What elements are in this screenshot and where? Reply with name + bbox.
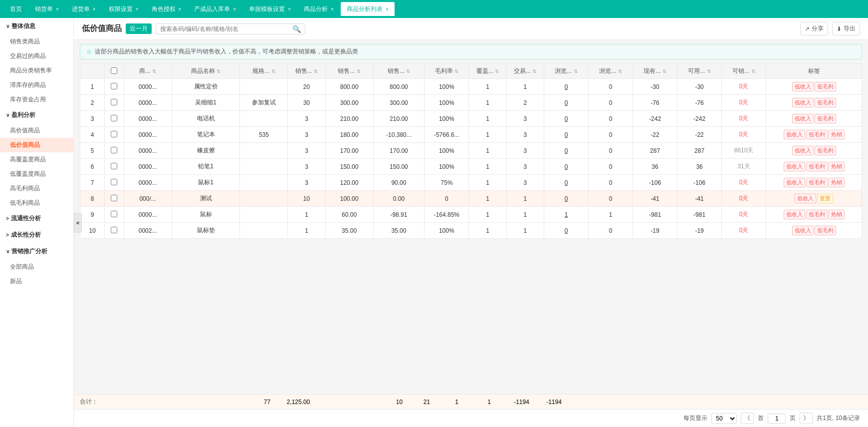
sale-qty: 30	[288, 95, 325, 111]
product-name: 属性定价	[172, 79, 240, 95]
browse-link[interactable]: 0	[565, 163, 568, 170]
close-icon[interactable]: ×	[288, 6, 291, 12]
page-number-input[interactable]	[768, 414, 786, 424]
available-stock: 36	[677, 159, 722, 175]
sidebar-item-traded-products[interactable]: 交易过的商品	[0, 49, 73, 63]
gross-margin: 100%	[425, 79, 469, 95]
browse-link[interactable]: 0	[565, 131, 568, 138]
sidebar-item-low-coverage[interactable]: 低覆盖度商品	[0, 167, 73, 181]
nav-home[interactable]: 首页	[4, 2, 28, 16]
search-icon[interactable]: 🔍	[292, 25, 301, 33]
gross-margin: 75%	[425, 175, 469, 191]
sort-icon: ⇅	[495, 68, 499, 74]
tag-red: 低毛利	[806, 130, 828, 139]
th-spec[interactable]: 规格... ⇅	[240, 64, 288, 79]
search-input[interactable]	[160, 25, 290, 32]
export-button[interactable]: ⬇ 导出	[832, 22, 860, 35]
sidebar-group-overall[interactable]: ∨ 整体信息	[0, 18, 73, 34]
last-page-button[interactable]: 》	[800, 413, 813, 424]
sidebar-group-growth[interactable]: > 成长性分析	[0, 227, 73, 243]
browse-link[interactable]: 0	[565, 147, 568, 154]
nav-roles[interactable]: 角色授权 ×	[146, 2, 188, 16]
nav-product-analysis[interactable]: 商品分析 ×	[298, 2, 340, 16]
row-checkbox[interactable]	[111, 163, 117, 169]
th-browse1[interactable]: 浏览... ⇅	[544, 64, 588, 79]
sidebar-item-high-value[interactable]: 高价值商品	[0, 123, 73, 138]
browse-link[interactable]: 0	[565, 115, 568, 122]
th-sale-amt[interactable]: 销售... ⇅	[325, 64, 373, 79]
first-page-button[interactable]: 《	[741, 413, 754, 424]
tag-red: 低毛利	[815, 114, 836, 123]
th-name[interactable]: 商品名称 ⇅	[172, 64, 240, 79]
th-sale-qty[interactable]: 销售... ⇅	[288, 64, 325, 79]
browse-count-1: 0	[544, 95, 588, 111]
sidebar-item-high-coverage[interactable]: 高覆盖度商品	[0, 152, 73, 167]
th-code[interactable]: 商... ⇅	[124, 64, 172, 79]
sidebar-item-all-products[interactable]: 全部商品	[0, 260, 73, 274]
sidebar-item-low-margin[interactable]: 低毛利商品	[0, 196, 73, 210]
th-browse2[interactable]: 浏览... ⇅	[589, 64, 633, 79]
th-margin[interactable]: 毛利率 ⇅	[425, 64, 469, 79]
browse-link[interactable]: 0	[565, 227, 568, 234]
close-icon[interactable]: ×	[136, 6, 139, 12]
close-icon[interactable]: ×	[179, 6, 182, 12]
row-checkbox[interactable]	[111, 83, 117, 89]
th-sellable[interactable]: 可销... ⇅	[722, 64, 766, 79]
sidebar-group-marketing[interactable]: ∨ 营销推广分析	[0, 243, 73, 260]
sidebar-item-high-margin[interactable]: 高毛利商品	[0, 181, 73, 196]
select-all-checkbox[interactable]	[111, 67, 117, 74]
th-sale-avg[interactable]: 销售... ⇅	[373, 64, 425, 79]
current-stock: -981	[633, 207, 677, 223]
nav-purchase-order[interactable]: 进货单 ×	[66, 2, 102, 16]
page-size-select[interactable]: 50 100 200	[711, 413, 737, 424]
sidebar-item-low-value[interactable]: 低价值商品	[0, 138, 73, 152]
sidebar-group-profit[interactable]: ∨ 盈利分析	[0, 107, 73, 123]
nav-permissions[interactable]: 权限设置 ×	[103, 2, 145, 16]
row-checkbox[interactable]	[111, 179, 117, 185]
browse-link[interactable]: 0	[565, 99, 568, 106]
sort-icon: ⇅	[152, 68, 156, 74]
th-trade[interactable]: 交易... ⇅	[506, 64, 544, 79]
close-icon[interactable]: ×	[233, 6, 236, 12]
row-checkbox[interactable]	[111, 115, 117, 121]
sidebar-group-circulation[interactable]: > 流通性分析	[0, 210, 73, 227]
row-checkbox[interactable]	[111, 99, 117, 105]
share-button[interactable]: ↗ 分享	[800, 22, 828, 35]
sidebar-item-new-products[interactable]: 新品	[0, 274, 73, 289]
nav-product-inbound[interactable]: 产成品入库单 ×	[188, 2, 242, 16]
browse-link[interactable]: 0	[565, 179, 568, 186]
row-checkbox[interactable]	[111, 147, 117, 153]
sidebar-item-sales-products[interactable]: 销售类商品	[0, 34, 73, 49]
nav-product-analysis-list[interactable]: 商品分析列表 ×	[341, 2, 395, 16]
coverage: 1	[469, 127, 506, 143]
sidebar-item-inventory-capital[interactable]: 库存资金占用	[0, 92, 73, 107]
close-icon[interactable]: ×	[386, 6, 389, 12]
tag-red: 低毛利	[815, 226, 836, 235]
row-checkbox[interactable]	[111, 131, 117, 137]
sidebar-item-category-rate[interactable]: 商品分类销售率	[0, 63, 73, 78]
nav-sales-order[interactable]: 销货单 ×	[29, 2, 65, 16]
tag-red: 低毛利	[806, 178, 828, 187]
close-icon[interactable]: ×	[56, 6, 59, 12]
browse-link[interactable]: 1	[565, 211, 568, 218]
trade-count: 1	[506, 223, 544, 239]
browse-link[interactable]: 0	[565, 83, 568, 90]
th-avail[interactable]: 可用... ⇅	[677, 64, 722, 79]
trade-count: 3	[506, 143, 544, 159]
close-icon[interactable]: ×	[331, 6, 334, 12]
sidebar-item-stagnant[interactable]: 滞库存的商品	[0, 78, 73, 92]
row-checkbox[interactable]	[111, 195, 117, 201]
th-tags[interactable]: 标签	[766, 64, 862, 79]
coverage: 1	[469, 159, 506, 175]
row-checkbox[interactable]	[111, 211, 117, 217]
available-stock: -981	[677, 207, 722, 223]
time-filter-button[interactable]: 近一月	[126, 23, 152, 34]
th-cover[interactable]: 覆盖... ⇅	[469, 64, 506, 79]
sale-qty: 10	[288, 191, 325, 207]
nav-template-settings[interactable]: 单据模板设置 ×	[243, 2, 297, 16]
browse-link[interactable]: 0	[565, 195, 568, 202]
sidebar-collapse-button[interactable]: «	[74, 213, 82, 233]
th-stock[interactable]: 现有... ⇅	[633, 64, 677, 79]
row-checkbox[interactable]	[111, 227, 117, 233]
close-icon[interactable]: ×	[93, 6, 96, 12]
